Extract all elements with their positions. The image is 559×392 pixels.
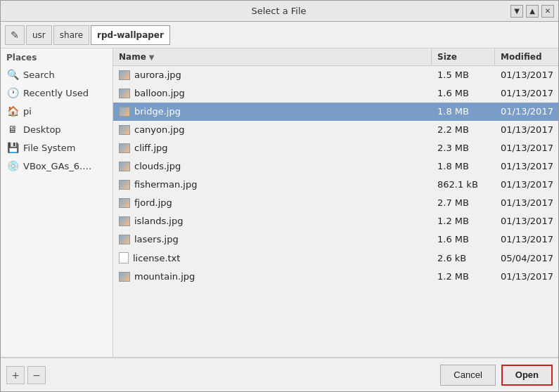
file-name: canyon.jpg bbox=[134, 124, 185, 135]
sidebar-item-recently-used[interactable]: 🕐 Recently Used bbox=[1, 84, 113, 102]
vbox-icon: 💿 bbox=[6, 160, 19, 171]
add-bookmark-button[interactable]: + bbox=[6, 366, 25, 384]
table-row[interactable]: balloon.jpg1.6 MB01/13/2017 bbox=[113, 84, 558, 103]
file-size: 1.2 MB bbox=[432, 270, 495, 283]
edit-icon: ✎ bbox=[11, 30, 19, 41]
remove-bookmark-button[interactable]: − bbox=[27, 366, 46, 384]
file-modified: 01/13/2017 bbox=[495, 141, 558, 155]
file-modified: 05/04/2017 bbox=[495, 251, 558, 265]
file-list-header: Name ▼ Size Modified bbox=[113, 48, 558, 66]
open-button[interactable]: Open bbox=[501, 365, 553, 386]
file-name: license.txt bbox=[133, 253, 180, 263]
file-size: 2.2 MB bbox=[432, 123, 495, 136]
window-controls: ▼ ▲ ✕ bbox=[510, 5, 554, 18]
table-row[interactable]: fjord.jpg2.7 MB01/13/2017 bbox=[113, 194, 558, 212]
file-name-cell: mountain.jpg bbox=[113, 270, 432, 283]
titlebar: Select a File ▼ ▲ ✕ bbox=[1, 1, 558, 22]
table-row[interactable]: license.txt2.6 kB05/04/2017 bbox=[113, 249, 558, 268]
dialog-title: Select a File bbox=[47, 6, 510, 16]
file-modified: 01/13/2017 bbox=[495, 196, 558, 209]
file-name: bridge.jpg bbox=[134, 106, 181, 117]
file-name-cell: fjord.jpg bbox=[113, 196, 432, 209]
text-file-icon bbox=[119, 252, 129, 263]
main-area: Places 🔍 Search 🕐 Recently Used 🏠 pi 🖥 D… bbox=[1, 48, 558, 358]
sidebar-label-filesystem: File System bbox=[23, 143, 75, 153]
file-name-cell: islands.jpg bbox=[113, 214, 432, 228]
edit-path-button[interactable]: ✎ bbox=[5, 25, 25, 45]
breadcrumb-rpd-wallpaper[interactable]: rpd-wallpaper bbox=[91, 25, 170, 45]
close-button[interactable]: ✕ bbox=[541, 5, 554, 18]
table-row[interactable]: bridge.jpg1.8 MB01/13/2017 bbox=[113, 103, 558, 121]
column-size-header[interactable]: Size bbox=[432, 48, 495, 65]
table-row[interactable]: aurora.jpg1.5 MB01/13/2017 bbox=[113, 66, 558, 84]
sidebar-label-desktop: Desktop bbox=[23, 124, 61, 135]
home-icon: 🏠 bbox=[6, 105, 19, 117]
file-name-cell: canyon.jpg bbox=[113, 123, 432, 136]
file-name-cell: clouds.jpg bbox=[113, 159, 432, 173]
maximize-button[interactable]: ▲ bbox=[526, 5, 539, 18]
file-size: 2.7 MB bbox=[432, 196, 495, 209]
file-name: clouds.jpg bbox=[134, 161, 181, 171]
search-icon: 🔍 bbox=[6, 69, 19, 80]
bottom-bar: + − Cancel Open bbox=[1, 358, 558, 391]
file-modified: 01/13/2017 bbox=[495, 270, 558, 283]
sidebar-label-search: Search bbox=[23, 70, 55, 80]
file-size: 2.6 kB bbox=[432, 251, 495, 265]
sidebar-item-search[interactable]: 🔍 Search bbox=[1, 65, 113, 84]
file-size: 1.5 MB bbox=[432, 68, 495, 81]
file-name: balloon.jpg bbox=[134, 88, 185, 98]
add-icon: + bbox=[11, 370, 20, 381]
table-row[interactable]: islands.jpg1.2 MB01/13/2017 bbox=[113, 212, 558, 230]
file-modified: 01/13/2017 bbox=[495, 233, 558, 246]
column-name-header[interactable]: Name ▼ bbox=[113, 48, 432, 65]
sidebar: Places 🔍 Search 🕐 Recently Used 🏠 pi 🖥 D… bbox=[1, 48, 113, 357]
sidebar-item-desktop[interactable]: 🖥 Desktop bbox=[1, 120, 113, 138]
sidebar-label-vbox: VBox_GAs_6.1.... bbox=[23, 161, 94, 171]
sidebar-item-filesystem[interactable]: 💾 File System bbox=[1, 138, 113, 157]
table-row[interactable]: canyon.jpg2.2 MB01/13/2017 bbox=[113, 121, 558, 139]
image-file-icon bbox=[119, 216, 130, 226]
table-row[interactable]: clouds.jpg1.8 MB01/13/2017 bbox=[113, 157, 558, 176]
image-file-icon bbox=[119, 125, 130, 135]
file-size: 1.8 MB bbox=[432, 105, 495, 118]
sidebar-label-pi: pi bbox=[23, 106, 32, 117]
file-name-cell: cliff.jpg bbox=[113, 141, 432, 155]
recently-used-icon: 🕐 bbox=[6, 87, 19, 98]
file-list-scroll[interactable]: aurora.jpg1.5 MB01/13/2017balloon.jpg1.6… bbox=[113, 66, 558, 357]
table-row[interactable]: cliff.jpg2.3 MB01/13/2017 bbox=[113, 139, 558, 157]
table-row[interactable]: mountain.jpg1.2 MB01/13/2017 bbox=[113, 268, 558, 286]
file-name-cell: aurora.jpg bbox=[113, 68, 432, 81]
sort-arrow-icon: ▼ bbox=[149, 53, 155, 61]
file-size: 1.2 MB bbox=[432, 214, 495, 228]
file-name-cell: balloon.jpg bbox=[113, 86, 432, 100]
minimize-button[interactable]: ▼ bbox=[510, 5, 523, 18]
breadcrumb-bar: ✎ usr share rpd-wallpaper bbox=[1, 22, 558, 48]
remove-icon: − bbox=[32, 370, 41, 381]
sidebar-header: Places bbox=[1, 48, 113, 65]
sidebar-actions: + − bbox=[6, 366, 46, 384]
breadcrumb-usr[interactable]: usr bbox=[26, 25, 52, 45]
file-size: 862.1 kB bbox=[432, 178, 495, 191]
filesystem-icon: 💾 bbox=[6, 142, 19, 153]
image-file-icon bbox=[119, 107, 130, 117]
file-modified: 01/13/2017 bbox=[495, 214, 558, 228]
table-row[interactable]: lasers.jpg1.6 MB01/13/2017 bbox=[113, 230, 558, 249]
file-name: fjord.jpg bbox=[134, 197, 172, 208]
table-row[interactable]: fisherman.jpg862.1 kB01/13/2017 bbox=[113, 176, 558, 194]
image-file-icon bbox=[119, 89, 130, 98]
file-name-cell: lasers.jpg bbox=[113, 233, 432, 246]
image-file-icon bbox=[119, 272, 130, 282]
file-name: islands.jpg bbox=[134, 216, 183, 226]
sidebar-item-pi[interactable]: 🏠 pi bbox=[1, 102, 113, 120]
column-modified-header[interactable]: Modified bbox=[495, 48, 558, 65]
file-size: 1.6 MB bbox=[432, 86, 495, 100]
sidebar-label-recently-used: Recently Used bbox=[23, 88, 89, 98]
cancel-button[interactable]: Cancel bbox=[440, 365, 495, 386]
dialog-actions: Cancel Open bbox=[440, 365, 553, 386]
file-modified: 01/13/2017 bbox=[495, 159, 558, 173]
file-modified: 01/13/2017 bbox=[495, 86, 558, 100]
sidebar-item-vbox[interactable]: 💿 VBox_GAs_6.1.... bbox=[1, 157, 113, 175]
file-size: 2.3 MB bbox=[432, 141, 495, 155]
breadcrumb-share[interactable]: share bbox=[53, 25, 89, 45]
image-file-icon bbox=[119, 70, 130, 80]
